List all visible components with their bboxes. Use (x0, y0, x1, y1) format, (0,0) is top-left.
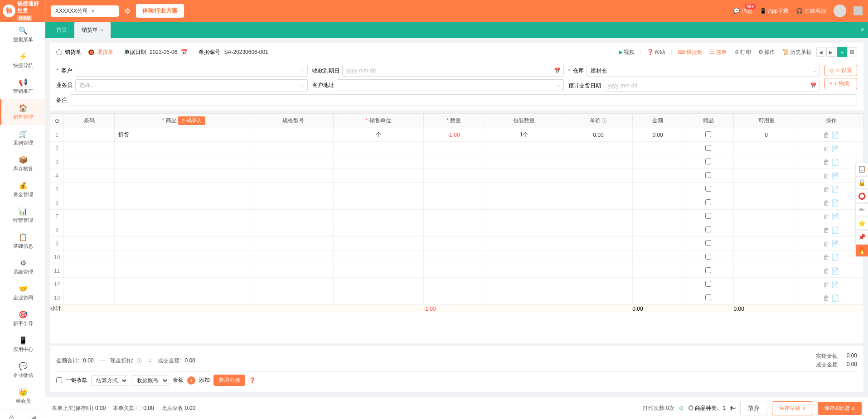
user-avatar[interactable] (834, 5, 846, 17)
radio-sale[interactable]: 销货单 (56, 48, 81, 56)
row-copy-icon-13[interactable]: 📄 (831, 294, 839, 302)
row-barcode-9[interactable] (64, 237, 115, 250)
delivery-calendar-icon[interactable]: 📅 (810, 82, 817, 89)
row-unit-12[interactable] (333, 278, 423, 291)
row-spec-9[interactable] (253, 237, 333, 250)
row-unit-11[interactable] (333, 264, 423, 278)
row-delete-icon-1[interactable]: 🗑 (823, 131, 829, 139)
row-spec-3[interactable] (253, 155, 333, 169)
row-copy-icon-4[interactable]: 📄 (831, 172, 839, 179)
row-spec-13[interactable] (253, 291, 333, 305)
row-spec-8[interactable] (253, 223, 333, 237)
row-barcode-2[interactable] (64, 142, 115, 155)
sidebar-collapse-btn[interactable]: ◀ (29, 412, 38, 419)
row-copy-icon-3[interactable]: 📄 (831, 159, 839, 166)
row-gift-7[interactable] (683, 210, 734, 223)
expense-split-btn[interactable]: 费用分摊 (213, 375, 245, 386)
next-record-btn[interactable]: ▶ (826, 48, 835, 57)
row-spec-4[interactable] (253, 169, 333, 183)
row-qty-10[interactable] (423, 250, 484, 264)
row-copy-icon-1[interactable]: 📄 (831, 131, 839, 139)
row-unit-13[interactable] (333, 291, 423, 305)
operate-btn[interactable]: ⚙ 操作 (756, 48, 778, 57)
row-unit-7[interactable] (333, 210, 423, 223)
row-gift-3[interactable] (683, 155, 734, 169)
row-gift-2[interactable] (683, 142, 734, 155)
row-product-12[interactable] (114, 278, 253, 291)
help-btn[interactable]: ❓ 帮助 (644, 48, 668, 57)
user-menu-btn[interactable] (853, 6, 863, 15)
sidebar-item-marketing[interactable]: 📢 营销推广 (0, 73, 45, 99)
row-gift-9[interactable] (683, 237, 734, 250)
save-new-button[interactable]: 保存&新增 ∧ (818, 402, 862, 415)
row-spec-6[interactable] (253, 196, 333, 210)
close-all-tabs-icon[interactable]: × (860, 26, 864, 34)
discount-info-icon[interactable]: ⓘ (137, 357, 142, 364)
row-pack-qty-11[interactable] (484, 264, 564, 278)
expense-help-icon[interactable]: ❓ (249, 377, 256, 384)
list-view-btn[interactable]: ≡ (837, 47, 847, 57)
row-pack-qty-13[interactable] (484, 291, 564, 305)
row-gift-6[interactable] (683, 196, 734, 210)
row-unit-2[interactable] (333, 142, 423, 155)
debit-info-icon[interactable]: ⓘ (136, 405, 141, 412)
row-product-13[interactable] (114, 291, 253, 305)
row-product-1[interactable]: 拆货 (114, 128, 253, 142)
sidebar-item-system[interactable]: ⚙ 系统管理 (0, 254, 45, 280)
row-price-12[interactable] (564, 278, 633, 291)
row-pack-qty-4[interactable] (484, 169, 564, 183)
sidebar-item-app-center[interactable]: 📱 应用中心 (0, 332, 45, 357)
sidebar-item-guide[interactable]: 🎯 新手引导 (0, 306, 45, 332)
row-delete-icon-13[interactable]: 🗑 (823, 294, 829, 302)
sidebar-item-inventory[interactable]: 📦 库存核算 (0, 151, 45, 177)
abandon-button[interactable]: 放弃 (740, 401, 767, 415)
row-barcode-1[interactable] (64, 128, 115, 142)
row-delete-icon-9[interactable]: 🗑 (823, 240, 829, 247)
receipt-date-calendar-icon[interactable]: 📅 (554, 67, 561, 74)
row-pack-qty-3[interactable] (484, 155, 564, 169)
topbar-gear-icon[interactable]: ⚙ (122, 5, 132, 17)
receipt-date-input[interactable]: yyyy-mm-dd 📅 (342, 65, 564, 77)
row-spec-11[interactable] (253, 264, 333, 278)
sidebar-item-search[interactable]: 🔍 搜索菜单 (0, 22, 45, 48)
row-unit-8[interactable] (333, 223, 423, 237)
settings-button[interactable]: ⊙ ⊙ 设置 (824, 65, 857, 76)
row-pack-qty-2[interactable] (484, 142, 564, 155)
row-unit-5[interactable] (333, 183, 423, 196)
shortcut-btn[interactable]: ⌨ 快捷键 (675, 48, 705, 57)
row-copy-icon-11[interactable]: 📄 (831, 267, 839, 275)
row-delete-icon-4[interactable]: 🗑 (823, 172, 829, 179)
sidebar-item-operations[interactable]: 📊 经营管理 (0, 202, 45, 228)
grid-view-btn[interactable]: ⊞ (847, 47, 857, 57)
row-amount-13[interactable] (632, 291, 683, 305)
remarks-input[interactable] (70, 94, 857, 106)
one-key-pay-checkbox[interactable] (56, 377, 62, 383)
online-service-btn[interactable]: 🎧 在线客服 (796, 7, 826, 15)
row-product-7[interactable] (114, 210, 253, 223)
salesperson-input[interactable]: 选择... ··· (75, 79, 308, 92)
row-qty-9[interactable] (423, 237, 484, 250)
row-qty-3[interactable] (423, 155, 484, 169)
row-unit-3[interactable] (333, 155, 423, 169)
product-type-icon[interactable]: ⊙ (679, 405, 684, 411)
row-delete-icon-8[interactable]: 🗑 (823, 226, 829, 234)
row-price-1[interactable]: 0.00 (564, 128, 633, 142)
rf-btn-7[interactable]: 🔥 (855, 244, 868, 257)
row-amount-10[interactable] (632, 250, 683, 264)
row-amount-11[interactable] (632, 264, 683, 278)
row-pack-qty-8[interactable] (484, 223, 564, 237)
row-copy-icon-8[interactable]: 📄 (831, 226, 839, 234)
customer-input[interactable]: ··· (75, 65, 308, 77)
rf-btn-6[interactable]: 📌 (855, 231, 868, 243)
row-price-4[interactable] (564, 169, 633, 183)
row-unit-9[interactable] (333, 237, 423, 250)
row-spec-5[interactable] (253, 183, 333, 196)
radio-return[interactable]: 退货单 (88, 48, 113, 56)
warehouse-input[interactable]: 建材仓 ··· (587, 65, 820, 77)
row-pack-qty-6[interactable] (484, 196, 564, 210)
row-pack-qty-7[interactable] (484, 210, 564, 223)
row-pack-qty-9[interactable] (484, 237, 564, 250)
sidebar-item-wechat[interactable]: 💬 企业微信 (0, 357, 45, 383)
prev-record-btn[interactable]: ◀ (816, 48, 825, 57)
messages-btn[interactable]: 💬 消息 99+ (733, 7, 752, 15)
